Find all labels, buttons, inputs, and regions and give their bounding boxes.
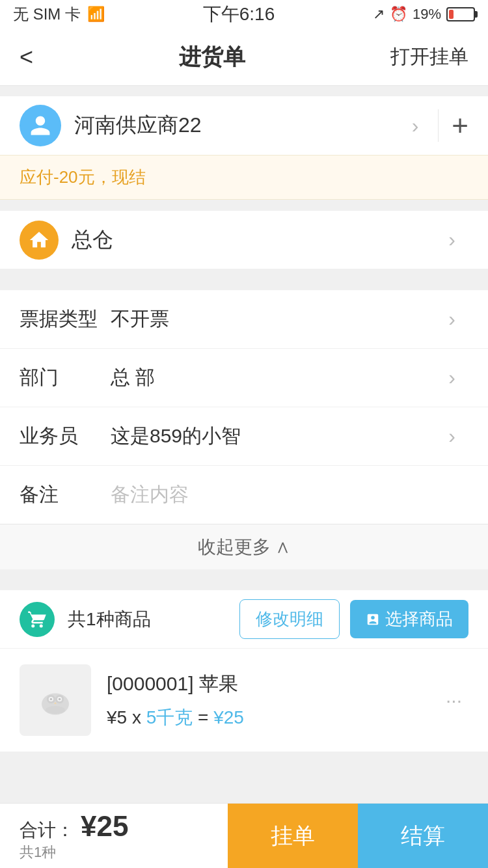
edit-detail-button[interactable]: 修改明细 <box>239 599 340 639</box>
equals-sign: = <box>193 707 213 727</box>
product-name: [0000001] 苹果 <box>107 671 439 698</box>
product-owl-icon <box>36 681 75 720</box>
total-currency: ¥ <box>81 810 96 842</box>
shopping-icon <box>27 610 47 629</box>
divider-form <box>0 279 488 290</box>
products-header: 共1种商品 修改明细 选择商品 <box>0 590 488 649</box>
select-product-button[interactable]: 选择商品 <box>350 600 468 638</box>
open-hang-button[interactable]: 打开挂单 <box>390 44 468 70</box>
warehouse-icon <box>28 229 50 251</box>
status-bar: 无 SIM 卡 📶 下午6:16 ↗ ⏰ 19% <box>0 0 488 29</box>
total-area: 合计： ¥25 共1种 <box>0 810 228 862</box>
note-row[interactable]: 备注 备注内容 <box>0 465 488 524</box>
notice-banner: 应付-20元，现结 <box>0 155 488 200</box>
form-section: 票据类型 不开票 › 部门 总 部 › 业务员 这是859的小智 › 备注 备注… <box>0 290 488 569</box>
dept-value: 总 部 <box>111 364 448 391</box>
wifi-icon: 📶 <box>87 6 105 23</box>
battery-pct: 19% <box>413 6 441 23</box>
salesman-row[interactable]: 业务员 这是859的小智 › <box>0 407 488 465</box>
total-label: 合计： <box>20 818 74 843</box>
divider-top <box>0 86 488 96</box>
product-item: [0000001] 苹果 ¥5 x 5千克 = ¥25 ··· <box>0 649 488 752</box>
supplier-chevron-icon: › <box>412 114 419 138</box>
carrier-label: 无 SIM 卡 <box>13 4 81 25</box>
warehouse-row[interactable]: 总仓 › <box>0 210 488 269</box>
select-product-label: 选择商品 <box>385 608 453 631</box>
add-supplier-button[interactable]: + <box>452 109 468 142</box>
avatar <box>20 105 61 146</box>
dept-label: 部门 <box>20 364 111 391</box>
invoice-row[interactable]: 票据类型 不开票 › <box>0 290 488 348</box>
person-icon <box>29 114 52 137</box>
battery-icon <box>446 7 475 21</box>
product-id: [0000001] <box>107 673 199 694</box>
svg-point-6 <box>59 698 61 701</box>
product-more-button[interactable]: ··· <box>439 683 468 718</box>
products-count-label: 共1种商品 <box>68 607 239 632</box>
warehouse-section: 总仓 › <box>0 210 488 269</box>
products-icon-bg <box>20 602 55 637</box>
invoice-label: 票据类型 <box>20 306 111 332</box>
note-label: 备注 <box>20 481 111 508</box>
collapse-label: 收起更多 ∧ <box>198 535 291 560</box>
svg-point-5 <box>50 698 53 701</box>
svg-point-8 <box>46 706 65 714</box>
supplier-name: 河南供应商22 <box>74 111 412 140</box>
location-icon: ↗ <box>373 6 385 23</box>
bottom-bar: 合计： ¥25 共1种 挂单 结算 <box>0 803 488 868</box>
page-title: 进货单 <box>179 42 245 72</box>
supplier-section: 河南供应商22 › + 应付-20元，现结 <box>0 96 488 200</box>
alarm-icon: ⏰ <box>390 6 407 23</box>
warehouse-icon-bg <box>20 221 59 260</box>
quantity-value: 5千克 <box>146 707 193 727</box>
product-thumbnail <box>20 664 91 736</box>
nav-bar: < 进货单 打开挂单 <box>0 29 488 86</box>
battery-fill <box>449 10 454 19</box>
product-info: [0000001] 苹果 ¥5 x 5千克 = ¥25 <box>107 671 439 730</box>
total-count: 共1种 <box>20 843 208 862</box>
checkout-button[interactable]: 结算 <box>358 804 488 869</box>
product-title: 苹果 <box>199 673 238 694</box>
salesman-chevron-icon: › <box>448 424 455 448</box>
products-section: 共1种商品 修改明细 选择商品 [00000 <box>0 590 488 752</box>
total-line: 合计： ¥25 <box>20 810 208 843</box>
supplier-row[interactable]: 河南供应商22 › + <box>0 96 488 155</box>
select-product-icon <box>366 612 380 627</box>
note-placeholder: 备注内容 <box>111 481 468 508</box>
separator <box>438 109 439 142</box>
status-time: 下午6:16 <box>203 2 275 27</box>
total-amount: ¥25 <box>81 810 128 843</box>
salesman-label: 业务员 <box>20 423 111 450</box>
status-carrier-wifi: 无 SIM 卡 📶 <box>13 4 105 25</box>
total-value: ¥25 <box>213 707 244 727</box>
price-value: ¥5 x <box>107 707 146 727</box>
product-price: ¥5 x 5千克 = ¥25 <box>107 705 439 730</box>
divider-products <box>0 580 488 590</box>
invoice-chevron-icon: › <box>448 307 455 331</box>
collapse-button[interactable]: 收起更多 ∧ <box>0 524 488 569</box>
warehouse-chevron-icon: › <box>448 228 455 252</box>
warehouse-name: 总仓 <box>72 226 448 254</box>
hang-button[interactable]: 挂单 <box>228 804 358 869</box>
invoice-value: 不开票 <box>111 306 448 332</box>
status-right-icons: ↗ ⏰ 19% <box>373 6 475 23</box>
dept-chevron-icon: › <box>448 366 455 390</box>
salesman-value: 这是859的小智 <box>111 423 448 450</box>
notice-text: 应付-20元，现结 <box>20 167 146 187</box>
total-amount-value: 25 <box>96 810 128 842</box>
dept-row[interactable]: 部门 总 部 › <box>0 348 488 407</box>
back-button[interactable]: < <box>20 44 33 71</box>
